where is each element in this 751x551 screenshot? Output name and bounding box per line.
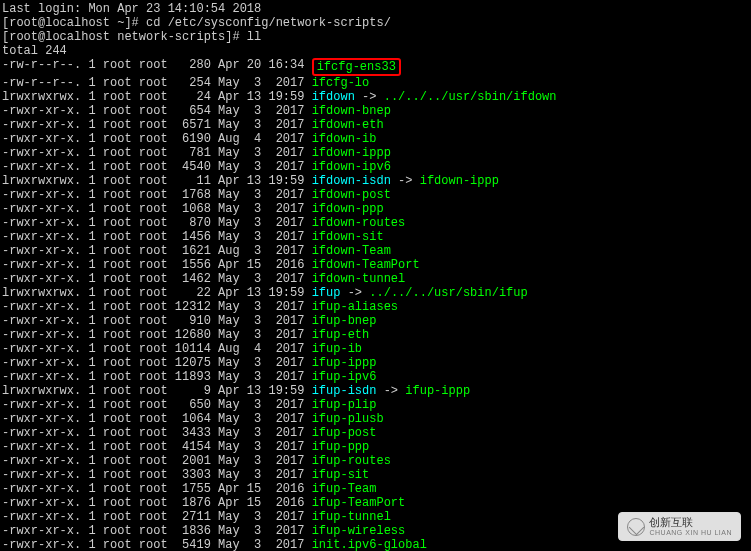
logo-text-en: CHUANG XIN HU LIAN xyxy=(649,529,732,536)
file-meta: -rw-r--r--. 1 root root 254 May 3 2017 xyxy=(2,76,312,90)
file-name: ifdown-bnep xyxy=(312,104,391,118)
file-name: ifcfg-lo xyxy=(312,76,370,90)
file-row: -rwxr-xr-x. 1 root root 3433 May 3 2017 … xyxy=(2,426,749,440)
file-row: lrwxrwxrwx. 1 root root 11 Apr 13 19:59 … xyxy=(2,174,749,188)
file-name: ifup-aliases xyxy=(312,300,398,314)
file-meta: -rwxr-xr-x. 1 root root 11893 May 3 2017 xyxy=(2,370,312,384)
file-meta: -rwxr-xr-x. 1 root root 2001 May 3 2017 xyxy=(2,454,312,468)
file-name: ifdown-routes xyxy=(312,216,406,230)
file-name: ifup-wireless xyxy=(312,524,406,538)
file-meta: -rwxr-xr-x. 1 root root 4154 May 3 2017 xyxy=(2,440,312,454)
file-row: -rwxr-xr-x. 1 root root 3303 May 3 2017 … xyxy=(2,468,749,482)
file-meta: -rw-r--r--. 1 root root 280 Apr 20 16:34 xyxy=(2,58,312,76)
file-name: ifup-ppp xyxy=(312,440,370,454)
file-name: ifup-plip xyxy=(312,398,377,412)
file-row: -rwxr-xr-x. 1 root root 6190 Aug 4 2017 … xyxy=(2,132,749,146)
file-name: ifdown-ppp xyxy=(312,202,384,216)
file-row: -rwxr-xr-x. 1 root root 650 May 3 2017 i… xyxy=(2,398,749,412)
file-meta: -rwxr-xr-x. 1 root root 3303 May 3 2017 xyxy=(2,468,312,482)
file-row: lrwxrwxrwx. 1 root root 24 Apr 13 19:59 … xyxy=(2,90,749,104)
file-name: ifcfg-ens33 xyxy=(312,58,401,76)
file-name: ifup-ippp xyxy=(312,356,377,370)
file-name: ifup-bnep xyxy=(312,314,377,328)
file-name: ifup xyxy=(312,286,341,300)
file-row: -rwxr-xr-x. 1 root root 1621 Aug 3 2017 … xyxy=(2,244,749,258)
file-row: -rwxr-xr-x. 1 root root 12680 May 3 2017… xyxy=(2,328,749,342)
file-row: -rwxr-xr-x. 1 root root 1768 May 3 2017 … xyxy=(2,188,749,202)
file-name: ifdown-ippp xyxy=(312,146,391,160)
file-name: ifdown-Team xyxy=(312,244,391,258)
file-listing: -rw-r--r--. 1 root root 280 Apr 20 16:34… xyxy=(2,58,749,551)
file-meta: -rwxr-xr-x. 1 root root 12312 May 3 2017 xyxy=(2,300,312,314)
file-meta: -rwxr-xr-x. 1 root root 10114 Aug 4 2017 xyxy=(2,342,312,356)
file-meta: -rwxr-xr-x. 1 root root 12680 May 3 2017 xyxy=(2,328,312,342)
symlink-arrow: -> xyxy=(376,384,405,398)
prompt-line-1: [root@localhost ~]# cd /etc/sysconfig/ne… xyxy=(2,16,749,30)
file-name: ifup-ib xyxy=(312,342,362,356)
file-name: ifdown-post xyxy=(312,188,391,202)
file-row: -rw-r--r--. 1 root root 280 Apr 20 16:34… xyxy=(2,58,749,76)
file-name: ifup-ipv6 xyxy=(312,370,377,384)
file-row: -rwxr-xr-x. 1 root root 2001 May 3 2017 … xyxy=(2,454,749,468)
file-name: ifup-TeamPort xyxy=(312,496,406,510)
file-meta: -rwxr-xr-x. 1 root root 650 May 3 2017 xyxy=(2,398,312,412)
file-meta: -rwxr-xr-x. 1 root root 12075 May 3 2017 xyxy=(2,356,312,370)
logo-text-cn: 创新互联 xyxy=(649,517,732,529)
file-row: -rwxr-xr-x. 1 root root 6571 May 3 2017 … xyxy=(2,118,749,132)
file-row: -rwxr-xr-x. 1 root root 1462 May 3 2017 … xyxy=(2,272,749,286)
file-row: -rwxr-xr-x. 1 root root 4154 May 3 2017 … xyxy=(2,440,749,454)
file-name: init.ipv6-global xyxy=(312,538,427,551)
file-name: ifup-routes xyxy=(312,454,391,468)
file-meta: -rwxr-xr-x. 1 root root 1068 May 3 2017 xyxy=(2,202,312,216)
file-row: lrwxrwxrwx. 1 root root 22 Apr 13 19:59 … xyxy=(2,286,749,300)
logo-icon xyxy=(627,518,645,536)
file-row: -rwxr-xr-x. 1 root root 12075 May 3 2017… xyxy=(2,356,749,370)
symlink-arrow: -> xyxy=(391,174,420,188)
file-meta: -rwxr-xr-x. 1 root root 6571 May 3 2017 xyxy=(2,118,312,132)
file-meta: lrwxrwxrwx. 1 root root 9 Apr 13 19:59 xyxy=(2,384,312,398)
file-row: -rwxr-xr-x. 1 root root 1876 Apr 15 2016… xyxy=(2,496,749,510)
file-meta: -rwxr-xr-x. 1 root root 781 May 3 2017 xyxy=(2,146,312,160)
file-row: -rwxr-xr-x. 1 root root 870 May 3 2017 i… xyxy=(2,216,749,230)
symlink-target: ../../../usr/sbin/ifdown xyxy=(384,90,557,104)
file-row: -rwxr-xr-x. 1 root root 1456 May 3 2017 … xyxy=(2,230,749,244)
file-meta: lrwxrwxrwx. 1 root root 24 Apr 13 19:59 xyxy=(2,90,312,104)
login-line: Last login: Mon Apr 23 14:10:54 2018 xyxy=(2,2,749,16)
file-name: ifdown-tunnel xyxy=(312,272,406,286)
file-meta: -rwxr-xr-x. 1 root root 1556 Apr 15 2016 xyxy=(2,258,312,272)
file-meta: -rwxr-xr-x. 1 root root 1064 May 3 2017 xyxy=(2,412,312,426)
file-meta: -rwxr-xr-x. 1 root root 2711 May 3 2017 xyxy=(2,510,312,524)
file-meta: -rwxr-xr-x. 1 root root 870 May 3 2017 xyxy=(2,216,312,230)
prompt-line-2: [root@localhost network-scripts]# ll xyxy=(2,30,749,44)
file-name: ifup-isdn xyxy=(312,384,377,398)
file-meta: -rwxr-xr-x. 1 root root 1836 May 3 2017 xyxy=(2,524,312,538)
file-row: -rwxr-xr-x. 1 root root 12312 May 3 2017… xyxy=(2,300,749,314)
file-meta: -rwxr-xr-x. 1 root root 5419 May 3 2017 xyxy=(2,538,312,551)
file-meta: -rwxr-xr-x. 1 root root 1876 Apr 15 2016 xyxy=(2,496,312,510)
watermark-logo: 创新互联 CHUANG XIN HU LIAN xyxy=(618,512,741,541)
file-row: -rwxr-xr-x. 1 root root 1064 May 3 2017 … xyxy=(2,412,749,426)
file-name: ifup-Team xyxy=(312,482,377,496)
symlink-target: ../../../usr/sbin/ifup xyxy=(369,286,527,300)
file-row: lrwxrwxrwx. 1 root root 9 Apr 13 19:59 i… xyxy=(2,384,749,398)
file-name: ifdown-TeamPort xyxy=(312,258,420,272)
file-meta: lrwxrwxrwx. 1 root root 11 Apr 13 19:59 xyxy=(2,174,312,188)
file-name: ifdown-eth xyxy=(312,118,384,132)
file-meta: -rwxr-xr-x. 1 root root 3433 May 3 2017 xyxy=(2,426,312,440)
file-row: -rwxr-xr-x. 1 root root 781 May 3 2017 i… xyxy=(2,146,749,160)
symlink-arrow: -> xyxy=(355,90,384,104)
file-name: ifdown-sit xyxy=(312,230,384,244)
symlink-arrow: -> xyxy=(340,286,369,300)
file-meta: -rwxr-xr-x. 1 root root 654 May 3 2017 xyxy=(2,104,312,118)
file-row: -rwxr-xr-x. 1 root root 1755 Apr 15 2016… xyxy=(2,482,749,496)
file-name: ifdown xyxy=(312,90,355,104)
file-meta: -rwxr-xr-x. 1 root root 1755 Apr 15 2016 xyxy=(2,482,312,496)
file-row: -rwxr-xr-x. 1 root root 1556 Apr 15 2016… xyxy=(2,258,749,272)
file-meta: lrwxrwxrwx. 1 root root 22 Apr 13 19:59 xyxy=(2,286,312,300)
symlink-target: ifup-ippp xyxy=(405,384,470,398)
file-meta: -rwxr-xr-x. 1 root root 1768 May 3 2017 xyxy=(2,188,312,202)
file-meta: -rwxr-xr-x. 1 root root 910 May 3 2017 xyxy=(2,314,312,328)
file-meta: -rwxr-xr-x. 1 root root 1456 May 3 2017 xyxy=(2,230,312,244)
file-name: ifup-sit xyxy=(312,468,370,482)
file-name: ifup-eth xyxy=(312,328,370,342)
